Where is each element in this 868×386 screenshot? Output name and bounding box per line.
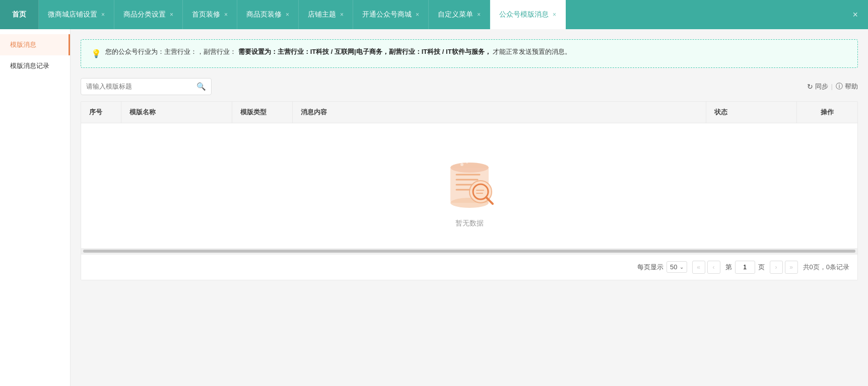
content-area: 💡 您的公众号行业为：主营行业：，副营行业： 需要设置为：主营行业：IT科技 /… (71, 29, 868, 386)
close-all-tabs[interactable]: × (842, 10, 868, 20)
sidebar-item-template-record[interactable]: 模版消息记录 (0, 55, 70, 76)
tab-product-category[interactable]: 商品分类设置 × (114, 0, 183, 29)
tab-home-decor[interactable]: 首页装修 × (183, 0, 237, 29)
tab-product-category-label: 商品分类设置 (123, 10, 166, 19)
search-input[interactable] (86, 83, 196, 90)
search-input-wrap: 🔍 (81, 78, 212, 95)
th-seq: 序号 (81, 102, 121, 123)
page-unit: 页 (758, 263, 765, 272)
tab-home-decor-label: 首页装修 (192, 10, 220, 19)
empty-state: 暂无数据 (81, 123, 857, 248)
table-container: 序号 模版名称 模版类型 消息内容 状态 操作 (81, 101, 858, 280)
tab-template-msg-label: 公众号模版消息 (499, 10, 549, 19)
chevron-down-icon: ⌄ (680, 264, 684, 270)
empty-illustration (439, 153, 500, 219)
help-button[interactable]: ⓘ 帮助 (836, 82, 858, 91)
page-size-select[interactable]: 50 ⌄ (666, 261, 687, 273)
tab-shop-theme-label: 店铺主题 (308, 10, 336, 19)
tab-home[interactable]: 首页 (0, 0, 39, 29)
scroll-indicator[interactable] (81, 248, 857, 254)
page-size-label: 每页显示 (637, 263, 663, 272)
th-action: 操作 (797, 102, 857, 123)
page-nav-next: › » (770, 261, 798, 274)
search-bar: 🔍 ↻ 同步 | ⓘ 帮助 (81, 78, 858, 95)
page-size-wrap: 每页显示 50 ⌄ (637, 261, 687, 273)
current-page-wrap: 第 页 (725, 261, 765, 274)
current-page-input[interactable] (735, 261, 755, 274)
pagination: 每页显示 50 ⌄ « ‹ 第 页 (81, 254, 857, 280)
first-page-icon: « (697, 264, 700, 271)
bulb-icon: 💡 (91, 47, 101, 60)
table-header: 序号 模版名称 模版类型 消息内容 状态 操作 (81, 102, 857, 123)
tab-wshop-label: 微商城店铺设置 (48, 10, 97, 19)
tab-open-mall-label: 开通公众号商城 (362, 10, 412, 19)
th-content: 消息内容 (293, 102, 706, 123)
toolbar-right: ↻ 同步 | ⓘ 帮助 (807, 82, 858, 91)
tab-home-label: 首页 (12, 10, 26, 19)
svg-point-13 (460, 163, 463, 166)
page-label: 第 (725, 263, 732, 272)
tab-open-mall[interactable]: 开通公众号商城 × (353, 0, 429, 29)
close-wshop-settings[interactable]: × (101, 11, 105, 18)
page-nav: « ‹ (692, 261, 720, 274)
last-page-icon: » (789, 264, 793, 271)
empty-text: 暂无数据 (455, 219, 484, 228)
tab-shop-theme[interactable]: 店铺主题 × (299, 0, 353, 29)
tab-template-msg[interactable]: 公众号模版消息 × (490, 0, 566, 29)
tab-product-decor-label: 商品页装修 (246, 10, 282, 19)
close-open-mall[interactable]: × (416, 11, 419, 18)
next-page-button[interactable]: › (770, 261, 783, 274)
close-home-decor[interactable]: × (224, 11, 228, 18)
th-type: 模版类型 (232, 102, 293, 123)
tab-custom-menu-label: 自定义菜单 (438, 10, 473, 19)
prev-page-button[interactable]: ‹ (707, 261, 720, 274)
close-template-msg[interactable]: × (553, 11, 556, 18)
close-product-decor[interactable]: × (286, 11, 289, 18)
th-name: 模版名称 (121, 102, 232, 123)
th-status: 状态 (706, 102, 797, 123)
close-product-category[interactable]: × (170, 11, 173, 18)
sync-button[interactable]: ↻ 同步 (807, 82, 828, 91)
sidebar-item-template-msg[interactable]: 模版消息 (0, 34, 70, 55)
main-layout: 模版消息 模版消息记录 💡 您的公众号行业为：主营行业：，副营行业： 需要设置为… (0, 29, 868, 386)
prev-page-icon: ‹ (713, 264, 715, 271)
tab-bar: 首页 微商城店铺设置 × 商品分类设置 × 首页装修 × 商品页装修 × 店铺主… (0, 0, 868, 29)
scroll-thumb (83, 250, 855, 253)
info-banner: 💡 您的公众号行业为：主营行业：，副营行业： 需要设置为：主营行业：IT科技 /… (81, 39, 858, 68)
svg-point-3 (450, 163, 489, 173)
toolbar-divider: | (831, 83, 833, 90)
sidebar: 模版消息 模版消息记录 (0, 29, 71, 386)
tab-product-decor[interactable]: 商品页装修 × (237, 0, 299, 29)
search-icon[interactable]: 🔍 (196, 82, 206, 91)
tab-custom-menu[interactable]: 自定义菜单 × (429, 0, 490, 29)
first-page-button[interactable]: « (692, 261, 705, 274)
svg-point-14 (466, 162, 468, 164)
sync-icon: ↻ (807, 83, 813, 91)
help-icon: ⓘ (836, 82, 843, 91)
total-info: 共0页，0条记录 (803, 263, 849, 272)
last-page-button[interactable]: » (785, 261, 798, 274)
close-shop-theme[interactable]: × (340, 11, 344, 18)
info-banner-text: 您的公众号行业为：主营行业：，副营行业： 需要设置为：主营行业：IT科技 / 互… (105, 47, 571, 57)
next-page-icon: › (775, 264, 777, 271)
tab-wshop-settings[interactable]: 微商城店铺设置 × (39, 0, 114, 29)
scroll-track (83, 250, 855, 253)
close-custom-menu[interactable]: × (477, 11, 481, 18)
